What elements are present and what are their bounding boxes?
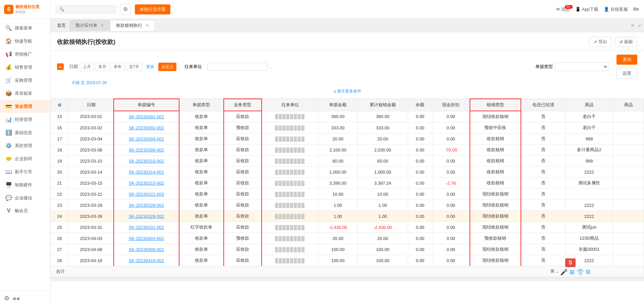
cell-docno[interactable]: SK-20230408-001 xyxy=(114,244,179,255)
collapse-icon[interactable]: ◀◀ xyxy=(12,296,19,301)
sidebar-item-system[interactable]: ⚙️ 系统管理 xyxy=(0,139,50,152)
sidebar-item-enterprise[interactable]: 🤝 企业协同 xyxy=(0,152,50,165)
cell-writeoff-type: 现结收款核销 xyxy=(470,111,521,122)
sidebar-item-member[interactable]: V 畅会员 xyxy=(0,204,50,217)
cell-docno[interactable]: SK-20230301-002 xyxy=(114,111,179,122)
sidebar-label-system: 系统管理 xyxy=(15,143,32,149)
filter-expand-arrow[interactable]: » xyxy=(57,63,64,70)
grid-icon: ⊞ xyxy=(570,268,575,276)
filter-collapse-btn[interactable]: » xyxy=(57,63,64,70)
sidebar-item-guide[interactable]: 📖 新手引导 xyxy=(0,165,50,178)
cell-include-settled: 否 xyxy=(521,133,565,144)
sidebar-item-search[interactable]: 🔍 搜索菜单 xyxy=(0,21,50,35)
cell-docno[interactable]: SK-20230304-001 xyxy=(114,133,179,144)
cell-counterpart: ████████ xyxy=(262,211,319,222)
date-btn-this-year[interactable]: 本年 xyxy=(111,63,125,71)
sidebar-label-search: 搜索菜单 xyxy=(15,25,32,31)
cell-cash-discount: 0.00 xyxy=(432,156,470,167)
sidebar-item-capital[interactable]: 💳 资金管理 xyxy=(0,100,50,113)
cell-amount: 3,390.00 xyxy=(318,178,357,189)
sidebar-item-quicknav[interactable]: 🏠 快捷导航 xyxy=(0,35,50,48)
tab-close-all-icon[interactable]: ✕ xyxy=(631,23,635,28)
cell-docno[interactable]: SK-20230331-002 xyxy=(114,222,179,233)
th-counterpart[interactable]: 往来单位 xyxy=(262,99,319,111)
cell-date: 2023-03-14 xyxy=(69,167,114,178)
cell-docno[interactable]: SK-20230315-002 xyxy=(114,178,179,189)
expand-conditions-btn[interactable]: ∨ 展开更多条件 xyxy=(57,88,637,94)
filter-counterpart-input-wrap: ... xyxy=(207,63,530,71)
cell-include-settled: 否 xyxy=(521,211,565,222)
th-include-settled[interactable]: 包含已结清 xyxy=(521,99,565,111)
message-button[interactable]: ✉ 消息 99+ xyxy=(556,6,570,12)
cell-include-settled: 否 xyxy=(521,189,565,200)
th-product1[interactable]: 商品 xyxy=(565,99,613,111)
date-btn-custom[interactable]: 自定义 xyxy=(158,63,176,71)
cell-docno[interactable]: SK-20230328-002 xyxy=(114,211,179,222)
tab-expand-icon[interactable]: ⤢ xyxy=(637,23,641,28)
dot-icon: · xyxy=(556,268,558,276)
date-btn-more[interactable]: 更多 xyxy=(144,63,157,71)
cell-counterpart: ████████ xyxy=(262,222,319,233)
sidebar-item-operation[interactable]: 📊 经营管理 xyxy=(0,113,50,126)
th-amount[interactable]: 单据金额 xyxy=(318,99,357,111)
date-btn-this-month[interactable]: 本月 xyxy=(95,63,109,71)
purchase-icon: 🛒 xyxy=(5,77,12,83)
cell-docno[interactable]: SK-20230403-002 xyxy=(114,233,179,244)
date-btn-last-month[interactable]: 上月 xyxy=(80,63,94,71)
cell-balance: 0.00 xyxy=(408,178,432,189)
counterpart-input[interactable] xyxy=(207,63,268,71)
tab-prepay-close[interactable]: ✕ xyxy=(101,23,104,28)
th-write-off-type[interactable]: 核销类型 xyxy=(470,99,521,111)
cell-docno[interactable]: SK-20230310-001 xyxy=(114,156,179,167)
cell-doctype: 收款单 xyxy=(179,200,224,211)
cell-cash-discount: 0.00 xyxy=(432,255,470,266)
th-product2[interactable]: 商品 xyxy=(613,99,644,111)
sidebar-item-purchase[interactable]: 🛒 采购管理 xyxy=(0,74,50,87)
service-label: 在线客服 xyxy=(610,6,628,12)
cell-docno[interactable]: SK-20230321-003 xyxy=(114,189,179,200)
cell-no: 20 xyxy=(51,167,69,178)
solution-button[interactable]: 体验行业方案 xyxy=(135,4,170,14)
cell-docno[interactable]: SK-20230314-001 xyxy=(114,167,179,178)
th-balance[interactable]: 余额 xyxy=(408,99,432,111)
cell-product1: 2222 xyxy=(565,211,613,222)
cell-docno[interactable]: SK-20230308-001 xyxy=(114,144,179,156)
cell-doctype: 收款单 xyxy=(179,167,224,178)
export-button[interactable]: ↗ 导出 xyxy=(589,37,611,47)
user-info[interactable]: Rit xyxy=(633,7,639,12)
date-btn-7days[interactable]: 近7天 xyxy=(126,63,143,71)
doctype-select[interactable] xyxy=(555,62,608,71)
tab-collection-close[interactable]: ✕ xyxy=(146,23,149,28)
setting-button[interactable]: 设置 xyxy=(616,68,637,79)
th-total-write-off[interactable]: 累计核销金额 xyxy=(357,99,408,111)
th-cash-discount[interactable]: 现金折扣 xyxy=(432,99,470,111)
tab-home[interactable]: 首页 xyxy=(53,22,70,28)
query-button[interactable]: 查询 xyxy=(616,55,637,65)
cell-product2 xyxy=(613,222,644,233)
settings-icon[interactable]: ⚙ xyxy=(4,295,9,302)
th-date[interactable]: 日期 xyxy=(69,99,114,111)
sidebar-item-inventory[interactable]: 📦 库存核算 xyxy=(0,87,50,100)
sidebar-item-hardware[interactable]: 🖥️ 智能硬件 xyxy=(0,178,50,191)
sidebar-item-marketing[interactable]: 📢 营销推广 xyxy=(0,48,50,61)
service-button[interactable]: 👤 在线客服 xyxy=(604,6,628,12)
tab-collection[interactable]: 收款核销执行 ✕ xyxy=(110,20,155,31)
horizontal-scrollbar[interactable] xyxy=(50,277,644,281)
th-biztype[interactable]: 业务类型 xyxy=(224,99,262,111)
tab-prepay[interactable]: 预计应付单 ✕ xyxy=(70,20,110,31)
th-docno[interactable]: 单据编号 xyxy=(114,99,179,111)
sidebar-item-sales[interactable]: 💰 销售管理 xyxy=(0,61,50,74)
cell-product2 xyxy=(613,244,644,255)
sidebar-item-basic[interactable]: ℹ️ 基础信息 xyxy=(0,126,50,139)
app-download-button[interactable]: 📱 App下载 xyxy=(575,6,598,12)
th-doctype[interactable]: 单据类型 xyxy=(179,99,224,111)
cell-docno[interactable]: SK-20230328-001 xyxy=(114,200,179,211)
cell-docno[interactable]: SK-20230302-002 xyxy=(114,122,179,133)
sidebar-item-wechat[interactable]: 💬 企业微信 xyxy=(0,191,50,204)
th-gear[interactable]: ⚙ xyxy=(51,99,69,111)
gear-button[interactable]: ⚙ xyxy=(120,4,131,15)
cell-no: 15 xyxy=(51,111,69,122)
refresh-button[interactable]: ↺ 刷新 xyxy=(615,37,637,47)
cell-cash-discount: -2.76 xyxy=(432,178,470,189)
cell-docno[interactable]: SK-20230418-001 xyxy=(114,255,179,266)
